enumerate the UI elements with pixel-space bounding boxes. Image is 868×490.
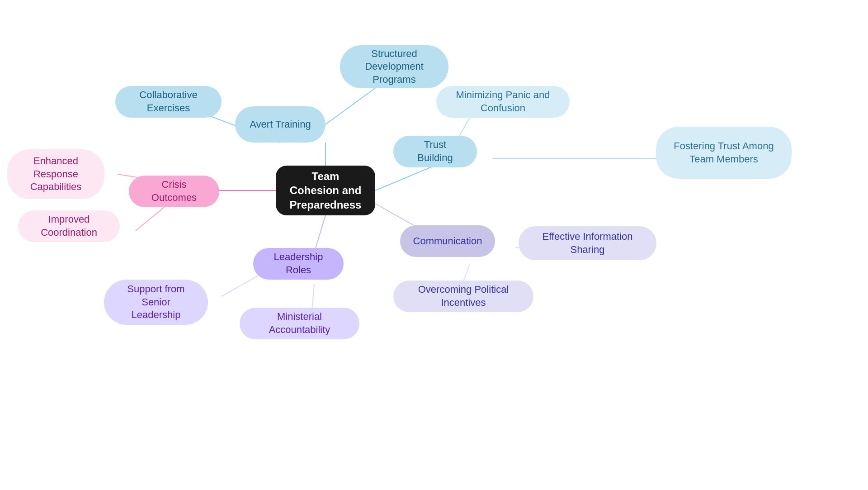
crisis-outcomes-node: Crisis Outcomes [129,176,219,207]
minimizing-panic-label: Minimizing Panic and Confusion [449,89,557,114]
trust-building-node: Trust Building [393,136,477,167]
crisis-outcomes-label: Crisis Outcomes [142,178,207,204]
collab-exercises-label: Collaborative Exercises [128,89,209,114]
improved-coord-node: Improved Coordination [18,210,120,242]
effective-info-label: Effective Information Sharing [531,230,644,256]
improved-coord-label: Improved Coordination [31,213,107,239]
overcoming-pol-node: Overcoming Political Incentives [393,281,533,312]
center-node: Team Cohesion and Preparedness [276,166,375,215]
enhanced-response-label: Enhanced Response Capabilities [20,155,92,194]
fostering-trust-label: Fostering Trust Among Team Members [669,140,779,166]
structured-dev-label: Structured Development Programs [353,48,436,86]
avert-training-node: Avert Training [235,106,326,143]
ministerial-acc-label: Ministerial Accountability [252,310,347,336]
communication-node: Communication [400,225,495,257]
support-senior-node: Support from Senior Leadership [104,280,208,325]
trust-building-label: Trust Building [406,138,464,164]
communication-label: Communication [413,235,482,248]
leadership-roles-label: Leadership Roles [266,251,331,276]
structured-dev-node: Structured Development Programs [340,45,448,88]
avert-training-label: Avert Training [250,118,311,131]
svg-line-11 [312,284,314,310]
enhanced-response-node: Enhanced Response Capabilities [7,149,104,199]
support-senior-label: Support from Senior Leadership [117,283,195,322]
svg-line-9 [314,215,326,252]
fostering-trust-node: Fostering Trust Among Team Members [656,127,792,179]
minimizing-panic-node: Minimizing Panic and Confusion [436,86,570,118]
center-label: Team Cohesion and Preparedness [288,169,363,212]
effective-info-node: Effective Information Sharing [519,226,656,260]
overcoming-pol-label: Overcoming Political Incentives [406,283,521,309]
ministerial-acc-node: Ministerial Accountability [240,308,359,339]
leadership-roles-node: Leadership Roles [253,248,344,280]
collab-exercises-node: Collaborative Exercises [115,86,222,118]
